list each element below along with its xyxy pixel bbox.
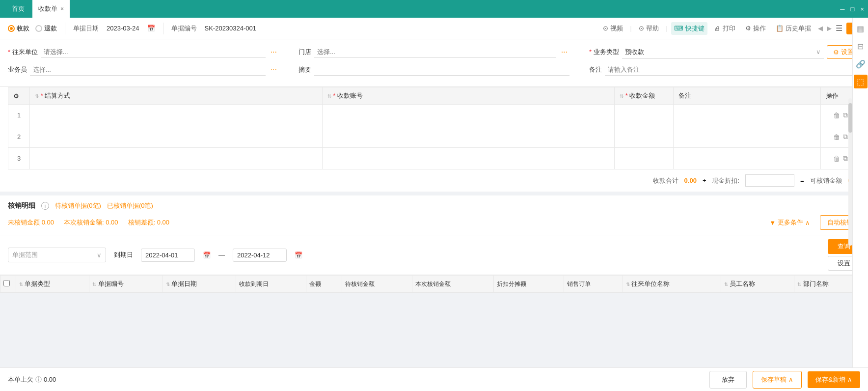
col-bill-no-header[interactable]: ⇅ 单据编号: [89, 276, 163, 293]
tab-active[interactable]: 收款单 ×: [32, 0, 70, 18]
store-input[interactable]: [314, 46, 556, 58]
stats-row: 未核销金额 0.00 本次核销金额: 0.00 核销差额: 0.00 ▼ 更多条…: [0, 210, 868, 235]
nav-next-icon[interactable]: ▶: [827, 25, 832, 32]
col-due-date-header[interactable]: 收款到期日: [236, 276, 306, 293]
col-account-header[interactable]: ⇅ * 收款账号: [322, 87, 615, 105]
staff-input[interactable]: [30, 64, 266, 76]
select-all-checkbox[interactable]: [3, 280, 10, 286]
date-from-input[interactable]: [141, 249, 195, 262]
print-btn[interactable]: 🖨 打印: [711, 22, 738, 35]
radio-tuikuan[interactable]: 退款: [35, 24, 57, 33]
partner-input[interactable]: [41, 46, 266, 58]
partner-more-btn[interactable]: ···: [269, 48, 279, 56]
row-1-copy-icon[interactable]: ⧉: [843, 111, 848, 119]
col-staff-header[interactable]: ⇅ 员工名称: [721, 276, 794, 293]
radio-shoukuan[interactable]: 收款: [8, 24, 29, 33]
row-3-amount[interactable]: [615, 148, 674, 169]
calendar-icon-toolbar[interactable]: 📅: [147, 25, 155, 32]
chevron-up-icon: ∧: [805, 219, 810, 226]
row-3-payment-method[interactable]: [30, 148, 323, 169]
calendar-to-icon[interactable]: 📅: [295, 251, 302, 259]
sidebar-icon-list[interactable]: ⊟: [854, 39, 868, 53]
info-icon[interactable]: i: [41, 202, 49, 210]
close-window-button[interactable]: ×: [860, 5, 864, 13]
ops-icon: ⚙: [745, 25, 751, 32]
row-1-amount[interactable]: [615, 105, 674, 126]
calendar-from-icon[interactable]: 📅: [203, 251, 211, 259]
ops-btn[interactable]: ⚙ 操作: [742, 22, 769, 35]
minimize-button[interactable]: ─: [840, 5, 844, 13]
store-more-btn[interactable]: ···: [559, 48, 570, 56]
col-current-header[interactable]: 本次核销金额: [412, 276, 493, 293]
bill-date-value[interactable]: 2023-03-24: [107, 25, 139, 32]
row-2-payment-method[interactable]: [30, 126, 323, 148]
col-amount-header[interactable]: ⇅ * 收款金额: [615, 87, 674, 105]
bottom-table-header: ⇅ 单据类型 ⇅ 单据编号 ⇅ 单据日期 收款到期日 金额 待核销金额 本次核销…: [0, 276, 868, 293]
sidebar-icon-table[interactable]: ▦: [854, 22, 868, 35]
row-2-copy-icon[interactable]: ⧉: [843, 133, 848, 141]
diff-amount: 核销差额: 0.00: [128, 218, 170, 227]
history-icon: 📋: [776, 25, 784, 32]
scrollbar-thumb[interactable]: [848, 103, 852, 133]
nav-prev-icon[interactable]: ◀: [818, 25, 823, 32]
shortcut-btn[interactable]: ⌨ 快捷键: [671, 22, 707, 35]
bill-range-select[interactable]: 单据范围 ∨: [8, 248, 106, 262]
print-icon: 🖨: [714, 25, 721, 32]
col-checkbox-header[interactable]: [0, 276, 16, 293]
staff-more-btn[interactable]: ···: [269, 65, 279, 74]
help-btn[interactable]: ⊙ 帮助: [636, 22, 662, 35]
row-3-copy-icon[interactable]: ⧉: [843, 154, 848, 163]
discount-input[interactable]: [745, 174, 794, 187]
row-1-account[interactable]: [322, 105, 615, 126]
remark-input[interactable]: [605, 64, 860, 76]
col-sales-order-header[interactable]: 销售订单: [564, 276, 623, 293]
date-to-input[interactable]: [233, 249, 287, 262]
section-title: 核销明细: [8, 201, 35, 210]
row-1-payment-method[interactable]: [30, 105, 323, 126]
remark-field: 备注: [589, 64, 860, 76]
video-btn[interactable]: ⊙ 视频: [600, 22, 626, 35]
sidebar-icon-link[interactable]: 🔗: [854, 57, 868, 71]
summary-input[interactable]: [314, 64, 570, 76]
col-payment-method-header[interactable]: ⇅ * 结算方式: [30, 87, 323, 105]
row-1-num: 1: [8, 105, 30, 126]
required-star-partner: *: [8, 48, 10, 56]
row-1-delete-icon[interactable]: 🗑: [833, 112, 840, 119]
save-new-btn[interactable]: 保存&新增 ∧: [808, 371, 860, 388]
col-bill-date-header[interactable]: ⇅ 单据日期: [163, 276, 236, 293]
col-discount-header[interactable]: 折扣分摊额: [494, 276, 564, 293]
biz-type-value: 预收款: [625, 48, 644, 56]
row-3-remark[interactable]: [674, 148, 821, 169]
col-settings-header[interactable]: ⚙: [8, 87, 30, 105]
row-2-account[interactable]: [322, 126, 615, 148]
settings-gear-icon: ⚙: [833, 49, 839, 56]
tab-home[interactable]: 首页: [4, 0, 32, 18]
biz-type-select[interactable]: 预收款 ∨: [622, 46, 824, 59]
row-3-account[interactable]: [322, 148, 615, 169]
row-2-delete-icon[interactable]: 🗑: [833, 133, 840, 141]
row-1-remark[interactable]: [674, 105, 821, 126]
staff-label: 业务员: [8, 65, 27, 74]
col-pending-header[interactable]: 待核销金额: [342, 276, 412, 293]
done-tab[interactable]: 已核销单据(0笔): [107, 201, 153, 210]
bill-no-value: SK-20230324-001: [205, 25, 257, 32]
more-conditions-btn[interactable]: ▼ 更多条件 ∧: [769, 218, 810, 227]
filter-row: 单据范围 ∨ 到期日 📅 — 📅 查询 设置: [0, 235, 868, 275]
toolbar-right: ⊙ 视频 | ⊙ 帮助 | ⌨ 快捷键 🖨 打印 ⚙ 操作 📋 历史单据 ◀ ▶…: [600, 22, 860, 35]
abandon-btn[interactable]: 放弃: [709, 371, 747, 389]
row-2-remark[interactable]: [674, 126, 821, 148]
pending-tab[interactable]: 待核销单据(0笔): [55, 201, 101, 210]
menu-icon[interactable]: ☰: [836, 24, 842, 33]
draft-btn[interactable]: 保存草稿 ∧: [753, 371, 802, 389]
col-bill-type-header[interactable]: ⇅ 单据类型: [16, 276, 89, 293]
row-3-delete-icon[interactable]: 🗑: [833, 155, 840, 163]
history-btn[interactable]: 📋 历史单据: [773, 22, 814, 35]
sidebar-icon-expand[interactable]: ⬚: [854, 75, 868, 88]
current-value: 0.00: [106, 219, 118, 226]
maximize-button[interactable]: □: [851, 5, 855, 13]
help-icon: ⊙: [639, 25, 644, 32]
col-partner-header[interactable]: ⇅ 往来单位名称: [623, 276, 721, 293]
tab-close-icon[interactable]: ×: [60, 5, 64, 12]
col-amount-header-b[interactable]: 金额: [306, 276, 342, 293]
row-2-amount[interactable]: [615, 126, 674, 148]
